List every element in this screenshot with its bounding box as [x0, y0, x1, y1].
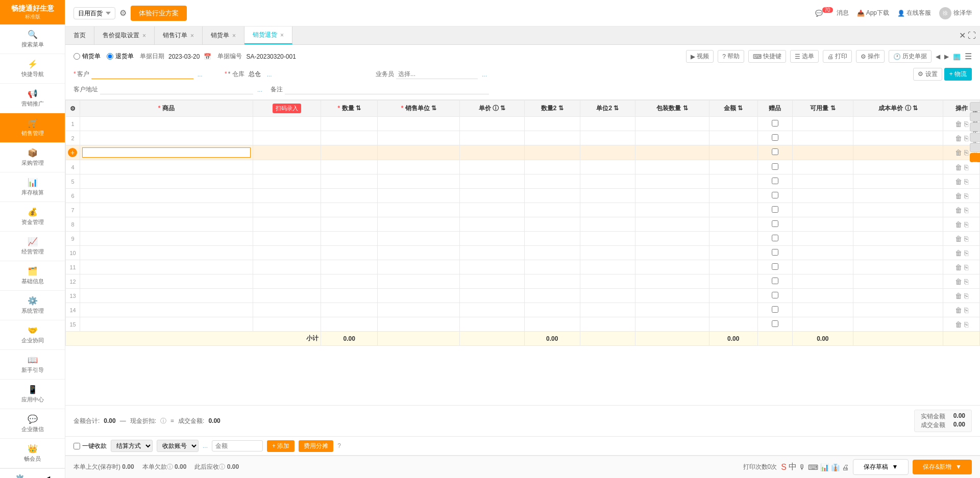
unit-price-cell[interactable] [460, 160, 525, 174]
radio-return[interactable]: 退货单 [107, 52, 134, 61]
gift-checkbox[interactable] [772, 235, 778, 241]
amount-cell[interactable] [709, 303, 757, 317]
unit-price-cell[interactable] [460, 131, 525, 145]
close-tab-icon[interactable]: ✕ [959, 31, 966, 40]
unit2-cell[interactable] [580, 274, 635, 289]
product-cell[interactable] [80, 131, 253, 145]
unit2-cell[interactable] [580, 217, 635, 232]
sales-unit-cell[interactable] [378, 203, 460, 217]
message-btn[interactable]: 💬 70 消息 [815, 9, 849, 17]
amount-cell[interactable] [709, 289, 757, 303]
prev-record-icon[interactable]: ◀ [936, 53, 940, 60]
sidebar-item-purchase[interactable]: 📦 采购管理 [0, 143, 65, 172]
gift-checkbox[interactable] [772, 320, 778, 327]
gift-checkbox[interactable] [772, 192, 778, 198]
gift-cell[interactable] [757, 232, 792, 246]
salesman-input[interactable] [396, 69, 478, 79]
product-cell[interactable] [80, 232, 253, 246]
pack-qty-cell[interactable] [635, 303, 709, 317]
salesman-dots[interactable]: ... [482, 71, 487, 78]
help-btn[interactable]: ? 帮助 [718, 50, 744, 63]
sidebar-item-operation[interactable]: 📈 经营管理 [0, 232, 65, 261]
user-menu[interactable]: 徐 徐泽华 [939, 7, 972, 19]
print-icon2[interactable]: 中 [789, 462, 797, 472]
right-btn-active[interactable]: 工具 [970, 153, 980, 162]
address-input[interactable] [100, 85, 253, 94]
available-cell[interactable] [792, 203, 853, 217]
draft-dropdown-icon[interactable]: ▼ [892, 463, 898, 470]
quantity2-cell[interactable] [524, 303, 580, 317]
gift-checkbox[interactable] [772, 278, 778, 284]
cost-price-cell[interactable] [853, 189, 943, 203]
sales-unit-cell[interactable] [378, 289, 460, 303]
quantity-cell[interactable] [321, 260, 378, 274]
sidebar-item-search[interactable]: 🔍 搜索菜单 [0, 24, 65, 54]
unit2-cell[interactable] [580, 145, 635, 160]
cost-price-cell[interactable] [853, 303, 943, 317]
sales-unit-cell[interactable] [378, 246, 460, 260]
unit-price-cell[interactable] [460, 145, 525, 160]
gift-cell[interactable] [757, 260, 792, 274]
cost-price-cell[interactable] [853, 317, 943, 332]
pack-qty-cell[interactable] [635, 203, 709, 217]
quantity2-cell[interactable] [524, 203, 580, 217]
sidebar-settings-icon[interactable]: ⚙️ [15, 474, 25, 478]
quantity2-cell[interactable] [524, 131, 580, 145]
product-cell[interactable] [80, 217, 253, 232]
quantity-cell[interactable] [321, 189, 378, 203]
available-cell[interactable] [792, 232, 853, 246]
available-cell[interactable] [792, 160, 853, 174]
pack-qty-cell[interactable] [635, 145, 709, 160]
unit2-cell[interactable] [580, 232, 635, 246]
quantity2-cell[interactable] [524, 317, 580, 332]
product-cell[interactable] [80, 274, 253, 289]
copy-row-icon[interactable]: ⎘ [964, 292, 968, 300]
grid-view-icon[interactable]: ▦ [953, 52, 961, 61]
unit2-cell[interactable] [580, 289, 635, 303]
right-btn-3[interactable]: 历史 [970, 122, 980, 132]
unit-price-cell[interactable] [460, 246, 525, 260]
amount-cell[interactable] [709, 274, 757, 289]
sidebar-item-wechat[interactable]: 💬 企业微信 [0, 409, 65, 439]
gift-checkbox[interactable] [772, 292, 778, 298]
cost-price-cell[interactable] [853, 274, 943, 289]
quantity-cell[interactable] [321, 145, 378, 160]
unit-price-cell[interactable] [460, 189, 525, 203]
amount-cell[interactable] [709, 203, 757, 217]
delete-row-icon[interactable]: 🗑 [955, 163, 962, 171]
amount-input[interactable] [212, 440, 263, 451]
cost-price-cell[interactable] [853, 203, 943, 217]
available-cell[interactable] [792, 289, 853, 303]
unit-price-cell[interactable] [460, 203, 525, 217]
cost-price-cell[interactable] [853, 117, 943, 131]
quantity-cell[interactable] [321, 174, 378, 189]
available-cell[interactable] [792, 260, 853, 274]
gift-checkbox[interactable] [772, 263, 778, 270]
quantity2-cell[interactable] [524, 232, 580, 246]
right-btn-1[interactable]: 设置 [970, 102, 980, 111]
add-logistics-btn[interactable]: + 物流 [944, 68, 972, 81]
available-cell[interactable] [792, 189, 853, 203]
quantity2-cell[interactable] [524, 260, 580, 274]
gift-cell[interactable] [757, 303, 792, 317]
account-select[interactable]: 收款账号 [157, 440, 199, 452]
quantity-cell[interactable] [321, 303, 378, 317]
copy-row-icon[interactable]: ⎘ [964, 206, 968, 214]
gift-cell[interactable] [757, 145, 792, 160]
quantity2-cell[interactable] [524, 246, 580, 260]
sidebar-item-sales[interactable]: 🛒 销售管理 [0, 113, 65, 143]
cost-price-cell[interactable] [853, 260, 943, 274]
gift-checkbox[interactable] [772, 306, 778, 313]
delete-row-icon[interactable]: 🗑 [955, 306, 962, 314]
delete-row-icon[interactable]: 🗑 [955, 235, 962, 243]
sidebar-item-shortcut[interactable]: ⚡ 快捷导航 [0, 54, 65, 84]
note-input[interactable] [285, 85, 489, 94]
sidebar-item-base[interactable]: 🗂️ 基础信息 [0, 261, 65, 291]
quantity2-cell[interactable] [524, 145, 580, 160]
product-cell[interactable] [80, 174, 253, 189]
available-cell[interactable] [792, 246, 853, 260]
history-btn[interactable]: 🕐 历史单据 [889, 50, 932, 63]
quantity2-cell[interactable] [524, 289, 580, 303]
unit2-cell[interactable] [580, 174, 635, 189]
delete-row-icon[interactable]: 🗑 [955, 206, 962, 214]
